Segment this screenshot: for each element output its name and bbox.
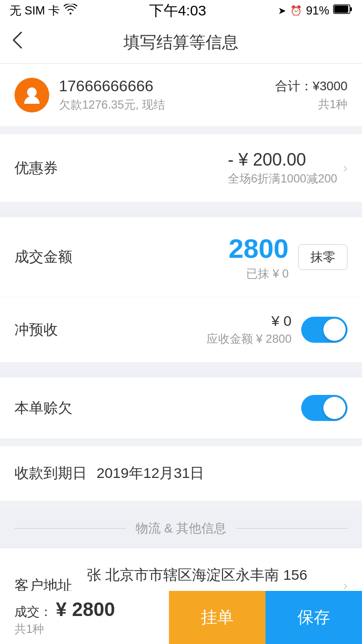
- coupon-right: - ¥ 200.00 全场6折满1000减200 ›: [228, 150, 348, 186]
- customer-left: 17666666666 欠款1276.35元, 现结: [14, 77, 165, 112]
- round-zero-button[interactable]: 抹零: [298, 244, 348, 270]
- pre-collect-row: 冲预收 ¥ 0 应收金额 ¥ 2800: [0, 297, 362, 362]
- deal-amount-col: 2800 已抹 ¥ 0: [228, 233, 289, 281]
- deal-amount-row: 成交金额 2800 已抹 ¥ 0 抹零: [0, 217, 362, 297]
- back-button[interactable]: [12, 30, 23, 54]
- sim-text: 无 SIM 卡: [10, 3, 60, 18]
- customer-sub: 欠款1276.35元, 现结: [59, 97, 165, 112]
- due-date-row: 收款到期日 2019年12月31日: [0, 446, 362, 501]
- bottom-deal-line: 成交： ¥ 2800: [14, 599, 154, 620]
- status-left: 无 SIM 卡: [10, 3, 77, 18]
- deal-right: 2800 已抹 ¥ 0 抹零: [72, 233, 348, 281]
- customer-phone: 17666666666: [59, 77, 165, 95]
- battery-icon: [333, 4, 352, 17]
- coupon-label: 优惠券: [14, 158, 58, 178]
- deal-amount-sub: 已抹 ¥ 0: [246, 266, 289, 281]
- status-time: 下午4:03: [149, 1, 206, 21]
- bottom-count: 共1种: [14, 621, 154, 637]
- credit-label: 本单赊欠: [14, 398, 72, 418]
- deal-section: 成交金额 2800 已抹 ¥ 0 抹零 冲预收 ¥ 0 应收金额 ¥ 2800: [0, 217, 362, 362]
- customer-info: 17666666666 欠款1276.35元, 现结: [59, 77, 165, 112]
- svg-rect-2: [334, 6, 348, 13]
- toggle-thumb: [323, 319, 346, 341]
- section-divider-bg-2: [0, 370, 362, 378]
- pre-collect-right: ¥ 0 应收金额 ¥ 2800: [58, 313, 348, 347]
- logistics-divider: 物流 & 其他信息: [0, 508, 362, 548]
- chevron-right-icon: ›: [343, 160, 348, 176]
- page-title: 填写结算等信息: [124, 31, 238, 54]
- pending-button[interactable]: 挂单: [169, 591, 265, 644]
- bottom-deal-label: 成交：: [14, 604, 52, 619]
- total-count: 共1种: [275, 97, 348, 112]
- pre-collect-values: ¥ 0 应收金额 ¥ 2800: [207, 313, 292, 347]
- battery-percent: 91%: [306, 4, 329, 17]
- divider-line-right: [236, 528, 348, 529]
- section-divider-bg: [0, 210, 362, 217]
- total-label: 合计：¥3000: [275, 78, 348, 95]
- customer-right: 合计：¥3000 共1种: [275, 78, 348, 112]
- save-button[interactable]: 保存: [265, 591, 362, 644]
- customer-card: 17666666666 欠款1276.35元, 现结 合计：¥3000 共1种: [0, 64, 362, 126]
- divider-line-left: [14, 528, 126, 529]
- pre-collect-sub: 应收金额 ¥ 2800: [207, 331, 292, 347]
- deal-amount: 2800: [228, 233, 289, 264]
- wifi-icon: [64, 4, 77, 17]
- nav-bar: 填写结算等信息: [0, 21, 362, 64]
- credit-row: 本单赊欠: [0, 378, 362, 438]
- svg-point-3: [27, 87, 37, 97]
- pre-collect-amount: ¥ 0: [271, 313, 292, 329]
- avatar: [14, 78, 49, 112]
- coupon-value: - ¥ 200.00 全场6折满1000减200: [228, 150, 337, 186]
- deal-label: 成交金额: [14, 247, 72, 267]
- content: 17666666666 欠款1276.35元, 现结 合计：¥3000 共1种 …: [0, 64, 362, 644]
- due-date-label: 收款到期日: [14, 463, 87, 483]
- bottom-bar: 成交： ¥ 2800 共1种 挂单 保存: [0, 591, 362, 644]
- status-right: ➤ ⏰ 91%: [278, 4, 352, 17]
- bottom-deal-amount: ¥ 2800: [56, 599, 115, 620]
- pre-collect-toggle[interactable]: [301, 317, 348, 343]
- toggle-thumb-credit: [323, 397, 346, 419]
- bottom-summary: 成交： ¥ 2800 共1种: [0, 599, 169, 637]
- location-icon: ➤: [278, 5, 286, 16]
- svg-rect-1: [350, 7, 352, 11]
- coupon-row[interactable]: 优惠券 - ¥ 200.00 全场6折满1000减200 ›: [0, 134, 362, 202]
- alarm-icon: ⏰: [290, 5, 302, 16]
- pre-collect-label: 冲预收: [14, 320, 58, 340]
- logistics-label: 物流 & 其他信息: [136, 520, 226, 537]
- status-bar: 无 SIM 卡 下午4:03 ➤ ⏰ 91%: [0, 0, 362, 21]
- due-date-value: 2019年12月31日: [97, 463, 204, 483]
- credit-toggle[interactable]: [301, 395, 348, 421]
